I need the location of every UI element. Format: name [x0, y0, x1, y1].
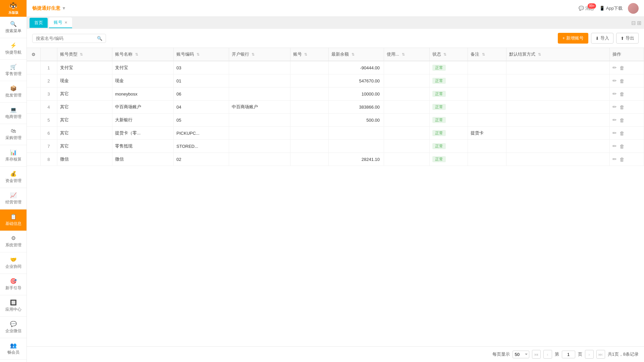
home-tab-label: 首页 [34, 20, 43, 26]
delete-icon[interactable]: 🗑 [620, 157, 625, 162]
sidebar-item-retail[interactable]: 🛒 零售管理 [0, 60, 26, 81]
sidebar-item-search[interactable]: 🔍 搜索菜单 [0, 17, 26, 38]
row-balance: 383866.00 [329, 101, 384, 114]
col-account-sort[interactable]: ⇅ [304, 52, 307, 56]
sidebar-item-basic[interactable]: 📋 基础信息 [0, 209, 26, 231]
col-code[interactable]: 账号编码 ⇅ [174, 48, 229, 61]
row-usage [384, 127, 430, 140]
sidebar-item-inventory[interactable]: 📊 库存核算 [0, 145, 26, 167]
row-code: 01 [174, 74, 229, 87]
row-settings [27, 140, 40, 153]
import-button[interactable]: ⬇ 导入 [591, 33, 613, 44]
col-balance-sort[interactable]: ⇅ [352, 52, 355, 56]
sidebar-item-appcenter[interactable]: 🔲 应用中心 [0, 295, 26, 317]
col-remark-sort[interactable]: ⇅ [482, 52, 485, 56]
edit-icon[interactable]: ✏ [612, 78, 617, 84]
row-status: 正常 [429, 61, 468, 74]
sidebar-item-system[interactable]: ⚙ 系统管理 [0, 231, 26, 252]
col-bank-sort[interactable]: ⇅ [252, 52, 255, 56]
inventory-icon: 📊 [1, 149, 25, 156]
first-page-button[interactable]: ⏮ [532, 350, 541, 359]
ecommerce-icon: 💻 [1, 107, 25, 113]
col-code-sort[interactable]: ⇅ [197, 52, 200, 56]
sidebar-item-guide[interactable]: 🎯 新手引导 [0, 274, 26, 295]
export-button[interactable]: ⬆ 导出 [616, 33, 639, 44]
sidebar-item-ecommerce[interactable]: 💻 电商管理 [0, 103, 26, 124]
topbar-dropdown-icon[interactable]: ▼ [62, 6, 66, 11]
row-bank [229, 153, 290, 166]
sidebar-item-shortcut[interactable]: ⚡ 快捷导航 [0, 38, 26, 60]
col-usage[interactable]: 使用... ⇅ [384, 48, 430, 61]
sidebar-item-label: 新手引导 [5, 286, 21, 290]
per-page-select[interactable]: 50 100 200 [513, 351, 529, 358]
col-default-payment[interactable]: 默认结算方式 ⇅ [506, 48, 610, 61]
sidebar-item-member[interactable]: 👥 畅会员 [0, 338, 26, 360]
row-usage [384, 61, 430, 74]
edit-icon[interactable]: ✏ [612, 143, 617, 149]
tab-close-icon[interactable]: ✕ [64, 20, 67, 25]
delete-icon[interactable]: 🗑 [620, 130, 625, 136]
basic-icon: 📋 [1, 214, 25, 220]
tab-minimize-icon[interactable]: ⊟ [631, 20, 636, 26]
col-type-sort[interactable]: ⇅ [80, 52, 83, 56]
sidebar-item-operations[interactable]: 📈 经营管理 [0, 188, 26, 209]
edit-icon[interactable]: ✏ [612, 156, 617, 162]
delete-icon[interactable]: 🗑 [620, 91, 625, 97]
col-default-payment-sort[interactable]: ⇅ [538, 52, 541, 56]
app-download-button[interactable]: 📱 App下载 [599, 5, 623, 11]
delete-icon[interactable]: 🗑 [620, 143, 625, 149]
search-input[interactable] [36, 36, 95, 41]
sidebar-item-wholesale[interactable]: 📦 批发管理 [0, 81, 26, 103]
edit-icon[interactable]: ✏ [612, 130, 617, 136]
sidebar-item-purchase[interactable]: 🛍 采购管理 [0, 124, 26, 145]
sidebar-item-finance[interactable]: 💰 资金管理 [0, 167, 26, 188]
col-type[interactable]: 账号类型 ⇅ [57, 48, 112, 61]
col-status-sort[interactable]: ⇅ [443, 52, 446, 56]
row-type: 其它 [57, 87, 112, 101]
tab-maximize-icon[interactable]: ⊞ [637, 20, 641, 26]
add-account-button[interactable]: + 新增账号 [558, 33, 588, 44]
search-box[interactable]: 🔍 [32, 34, 106, 43]
col-balance[interactable]: 最新余额 ⇅ [329, 48, 384, 61]
col-bank[interactable]: 开户银行 ⇅ [229, 48, 290, 61]
edit-icon[interactable]: ✏ [612, 65, 617, 71]
col-name[interactable]: 账号名称 ⇅ [112, 48, 174, 61]
next-page-button[interactable]: › [585, 350, 594, 359]
delete-icon[interactable]: 🗑 [620, 104, 625, 110]
sidebar-item-enterprise[interactable]: 🤝 企业协同 [0, 252, 26, 274]
status-badge: 正常 [432, 104, 446, 110]
export-label: 导出 [626, 35, 634, 41]
delete-icon[interactable]: 🗑 [620, 117, 625, 123]
row-code: 02 [174, 153, 229, 166]
row-account [290, 101, 329, 114]
col-remark-label: 备注 [471, 52, 479, 57]
col-account[interactable]: 账号 ⇅ [290, 48, 329, 61]
status-badge: 正常 [432, 130, 446, 136]
col-remark[interactable]: 备注 ⇅ [468, 48, 506, 61]
row-num: 1 [40, 61, 57, 74]
tab-home[interactable]: 首页 [30, 18, 48, 28]
status-badge: 正常 [432, 78, 446, 84]
col-status[interactable]: 状态 ⇅ [429, 48, 468, 61]
delete-icon[interactable]: 🗑 [620, 78, 625, 84]
row-usage [384, 101, 430, 114]
col-usage-sort[interactable]: ⇅ [402, 52, 405, 56]
edit-icon[interactable]: ✏ [612, 117, 617, 123]
edit-icon[interactable]: ✏ [612, 104, 617, 110]
col-name-sort[interactable]: ⇅ [135, 52, 138, 56]
col-settings[interactable]: ⚙ [27, 48, 40, 61]
last-page-button[interactable]: ⏭ [596, 350, 605, 359]
row-bank [229, 114, 290, 127]
edit-icon[interactable]: ✏ [612, 91, 617, 97]
row-code: PICKUPC... [174, 127, 229, 140]
user-avatar[interactable] [628, 3, 639, 14]
sidebar-item-wechat[interactable]: 💬 企业微信 [0, 317, 26, 338]
export-icon: ⬆ [621, 36, 624, 41]
prev-page-button[interactable]: ‹ [543, 350, 552, 359]
operations-icon: 📈 [1, 192, 25, 198]
delete-icon[interactable]: 🗑 [620, 65, 625, 71]
message-button[interactable]: 💬 消息 99+ [579, 5, 594, 11]
tab-account[interactable]: 账号 ✕ [49, 17, 72, 28]
sidebar-item-label: 企业微信 [5, 328, 21, 333]
page-input[interactable] [562, 351, 575, 358]
